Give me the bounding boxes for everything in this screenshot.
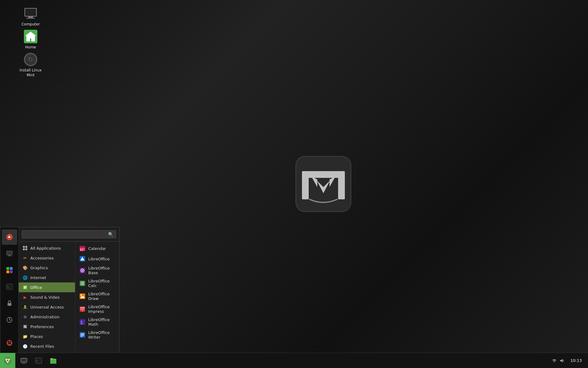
menu-columns: All Applications ✂ Accessories 🎨 Graphic… xyxy=(19,242,119,353)
category-accessories-label: Accessories xyxy=(30,256,71,260)
app-libreoffice-calc[interactable]: LibreOffice Calc xyxy=(75,277,119,290)
category-preferences[interactable]: Preferences xyxy=(19,322,75,332)
svg-point-48 xyxy=(24,326,25,327)
svg-rect-52 xyxy=(80,247,85,248)
taskbar: >_ 10:13 xyxy=(0,353,588,368)
svg-rect-56 xyxy=(82,249,83,249)
svg-rect-69 xyxy=(81,281,82,286)
app-libreoffice-math[interactable]: ∑ LibreOffice Math xyxy=(75,316,119,328)
taskbar-items: >_ xyxy=(15,354,548,368)
sidebar-software[interactable] xyxy=(2,263,17,278)
taskbar-terminal[interactable]: >_ xyxy=(32,354,46,368)
svg-point-49 xyxy=(25,327,26,328)
app-calendar[interactable]: Calendar xyxy=(75,243,119,254)
settings-icon: ⚙ xyxy=(22,314,28,320)
svg-rect-26 xyxy=(10,270,13,273)
search-icon[interactable]: 🔍 xyxy=(108,232,113,237)
svg-rect-23 xyxy=(6,267,9,270)
svg-rect-67 xyxy=(80,283,85,284)
taskbar-show-desktop[interactable] xyxy=(17,354,31,368)
app-libreoffice[interactable]: LibreOffice xyxy=(75,254,119,264)
category-all[interactable]: All Applications xyxy=(19,243,75,253)
disc-icon xyxy=(23,52,38,67)
sidebar-favorites[interactable]: ♣ xyxy=(2,229,17,245)
sidebar-logout[interactable] xyxy=(2,335,17,351)
svg-rect-75 xyxy=(80,307,85,308)
category-administration[interactable]: ⚙ Administration xyxy=(19,312,75,322)
desktop-icon-install[interactable]: Install Linux Mint xyxy=(17,51,44,79)
sidebar-update[interactable] xyxy=(2,312,17,328)
doc-icon xyxy=(22,285,28,290)
svg-rect-83 xyxy=(81,336,83,337)
svg-rect-81 xyxy=(81,334,84,335)
category-internet-label: Internet xyxy=(30,275,71,280)
category-recent-label: Recent Files xyxy=(30,344,71,349)
svg-point-72 xyxy=(81,294,82,296)
taskbar-files[interactable] xyxy=(46,354,60,368)
svg-rect-34 xyxy=(23,246,25,248)
svg-rect-21 xyxy=(8,255,11,256)
search-input[interactable] xyxy=(24,232,108,237)
svg-rect-24 xyxy=(10,267,13,270)
app-libreoffice-label: LibreOffice xyxy=(88,257,110,261)
start-menu: ♣ xyxy=(0,227,119,353)
app-libreoffice-base[interactable]: LibreOffice Base xyxy=(75,264,119,277)
volume-icon[interactable] xyxy=(560,358,565,363)
app-libreoffice-draw[interactable]: LibreOffice Draw xyxy=(75,290,119,303)
category-administration-label: Administration xyxy=(30,315,71,319)
category-graphics[interactable]: 🎨 Graphics xyxy=(19,263,75,273)
sidebar-lock[interactable] xyxy=(2,296,17,311)
svg-point-64 xyxy=(82,270,83,271)
svg-rect-22 xyxy=(7,256,12,256)
svg-rect-89 xyxy=(22,363,26,364)
sidebar-computer[interactable] xyxy=(2,246,17,261)
category-internet[interactable]: 🌐 Internet xyxy=(19,273,75,282)
svg-text:>_: >_ xyxy=(7,285,10,288)
svg-rect-25 xyxy=(6,270,9,273)
svg-point-9 xyxy=(30,59,32,60)
computer-icon-label: Computer xyxy=(21,22,40,27)
desktop-icon-home[interactable]: Home xyxy=(17,28,44,52)
app-libreoffice-draw-label: LibreOffice Draw xyxy=(88,292,115,301)
category-accessories[interactable]: ✂ Accessories xyxy=(19,253,75,263)
svg-rect-17 xyxy=(302,171,345,178)
svg-rect-82 xyxy=(81,335,84,336)
sidebar-terminal[interactable]: >_ xyxy=(2,279,17,294)
svg-rect-68 xyxy=(80,284,85,285)
svg-rect-41 xyxy=(24,288,25,289)
category-sound-video[interactable]: ▶ Sound & Video xyxy=(19,292,75,302)
svg-marker-93 xyxy=(560,359,563,362)
category-recent[interactable]: 🕐 Recent Files xyxy=(19,341,75,351)
app-libreoffice-writer[interactable]: LibreOffice Writer xyxy=(75,328,119,341)
clock-icon: 🕐 xyxy=(22,343,28,349)
libreoffice-math-icon: ∑ xyxy=(79,319,86,325)
libreoffice-base-icon xyxy=(79,267,86,274)
svg-rect-70 xyxy=(83,281,83,286)
app-libreoffice-impress[interactable]: LibreOffice Impress xyxy=(75,303,119,316)
svg-rect-79 xyxy=(80,332,85,338)
categories-column: All Applications ✂ Accessories 🎨 Graphic… xyxy=(19,242,75,353)
start-button[interactable] xyxy=(0,353,15,368)
category-all-label: All Applications xyxy=(30,246,71,251)
category-places[interactable]: 📁 Places xyxy=(19,332,75,341)
svg-rect-55 xyxy=(80,249,81,249)
svg-rect-57 xyxy=(83,249,84,249)
app-libreoffice-math-label: LibreOffice Math xyxy=(88,317,115,327)
category-universal-access[interactable]: Universal Access xyxy=(19,302,75,312)
mint-logo xyxy=(293,153,354,215)
svg-text:>_: >_ xyxy=(36,359,40,362)
category-office-label: Office xyxy=(30,285,71,290)
svg-rect-35 xyxy=(25,246,27,248)
desktop-icon-computer[interactable]: Computer xyxy=(17,5,44,29)
svg-rect-2 xyxy=(28,17,33,18)
svg-rect-45 xyxy=(23,325,27,328)
category-universal-access-label: Universal Access xyxy=(30,305,71,309)
category-graphics-label: Graphics xyxy=(30,266,71,270)
svg-point-84 xyxy=(4,357,11,364)
network-icon xyxy=(552,358,557,363)
svg-rect-36 xyxy=(23,248,25,250)
category-office[interactable]: Office xyxy=(19,282,75,292)
calendar-icon xyxy=(79,245,86,252)
folder-icon: 📁 xyxy=(22,334,28,339)
clock-display: 10:13 xyxy=(567,358,585,363)
